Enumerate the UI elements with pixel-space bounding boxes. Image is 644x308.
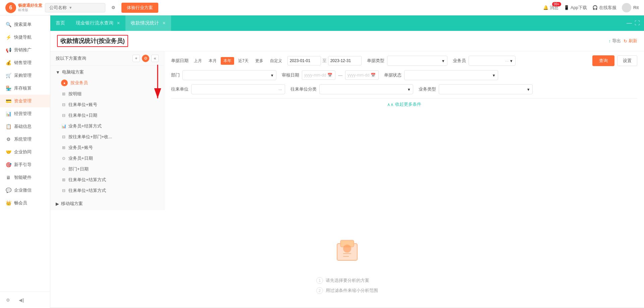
- doc-status-select[interactable]: ▾: [404, 70, 498, 80]
- staff-more-icon[interactable]: ···: [505, 58, 509, 63]
- tab-collection-stats[interactable]: 收款情况统计 ✕: [125, 15, 171, 31]
- date-btn-more[interactable]: 更多: [253, 57, 266, 65]
- date-from-input[interactable]: 2023-01-01: [287, 56, 321, 65]
- purchase-icon: 🛒: [5, 72, 11, 79]
- biz-type-select[interactable]: ▾: [439, 84, 533, 94]
- scheme-dept-date[interactable]: ⊙ 部门+日期: [50, 164, 164, 174]
- date-btn-this-month[interactable]: 本月: [206, 57, 219, 65]
- filter-left-panel: 按以下方案查询 + ⚙ «: [50, 51, 164, 210]
- sidebar-item-enterprise[interactable]: 🤝 企业协同: [0, 146, 50, 158]
- scheme-partner-settle1-label: 往来单位+结算方式: [68, 177, 106, 183]
- scheme-partner-dept[interactable]: ⊟ 按往来单位+部门+收...: [50, 132, 164, 142]
- calendar-from-icon[interactable]: 📅: [327, 73, 332, 78]
- scheme-settings-button[interactable]: ⚙: [142, 55, 149, 62]
- scheme-by-staff[interactable]: ● 按业务员: [50, 77, 164, 89]
- main-area: 🔍 搜索菜单 ⚡ 快捷导航 📢 营销推广 💰 销售管理 🛒 采购管理: [0, 15, 644, 308]
- partner-select[interactable]: ···: [191, 84, 285, 94]
- svg-point-4: [343, 245, 351, 253]
- system-icon: ⚙: [5, 136, 11, 142]
- top-bar-left: 6 畅捷通好生意 标准版 公司名称 ▾ ⚙ 体验行业方案: [5, 2, 158, 13]
- user-area[interactable]: Rit: [622, 3, 639, 12]
- sidebar-item-purchase[interactable]: 🛒 采购管理: [0, 69, 50, 82]
- scheme-dept-date-label: 部门+日期: [68, 166, 89, 172]
- scheme-partner-date[interactable]: ⊟ 往来单位+日期: [50, 110, 164, 121]
- partner-dots-button[interactable]: ···: [278, 87, 282, 92]
- scheme-partner-account[interactable]: ⊟ 往来单位+账号: [50, 99, 164, 110]
- page-header: 收款情况统计(按业务员) ↑ 导出 ↻ 刷新: [50, 31, 644, 51]
- partner-category-select[interactable]: ▾: [319, 84, 413, 94]
- scheme-staff-settle[interactable]: 📊 业务员+结算方式: [50, 121, 164, 132]
- sidebar-item-system[interactable]: ⚙ 系统管理: [0, 133, 50, 146]
- sidebar-item-quick-nav[interactable]: ⚡ 快捷导航: [0, 31, 50, 44]
- refresh-button[interactable]: ↻ 刷新: [624, 38, 637, 44]
- sidebar-item-warehouse[interactable]: 🏪 库存核算: [0, 82, 50, 95]
- page-content: 收款情况统计(按业务员) ↑ 导出 ↻ 刷新: [50, 31, 644, 308]
- step-2-num: 2: [316, 287, 323, 294]
- scheme-staff-account-label: 业务员+账号: [68, 145, 93, 151]
- tab-collection-stats-close[interactable]: ✕: [162, 21, 166, 25]
- tab-bank-flow[interactable]: 现金银行流水查询 ✕: [70, 15, 125, 31]
- date-input-group: 2023-01-01 至 2023-12-31: [287, 56, 362, 65]
- add-scheme-button[interactable]: +: [132, 55, 140, 62]
- sidebar-collapse-button[interactable]: ◀‖: [16, 295, 27, 305]
- calendar-to-icon[interactable]: 📅: [371, 73, 376, 78]
- tab-minimize-button[interactable]: —: [627, 20, 632, 26]
- sidebar-settings-button[interactable]: ⚙: [3, 295, 13, 305]
- mobile-schemes-header[interactable]: ▶ 移动端方案: [50, 199, 164, 209]
- wechat-icon: 💬: [5, 187, 11, 193]
- empty-state: 1 请先选择要分析的方案 2 用过滤条件来缩小分析范围: [50, 210, 644, 307]
- sidebar-label-sales: 销售管理: [14, 60, 32, 66]
- sidebar-item-member[interactable]: 👑 畅会员: [0, 197, 50, 209]
- online-service-button[interactable]: 🎧 在线客服: [592, 5, 616, 11]
- sidebar-item-sales[interactable]: 💰 销售管理: [0, 56, 50, 69]
- app-download-button[interactable]: 📱 App下载: [564, 5, 587, 11]
- collapse-panel-button[interactable]: «: [151, 55, 159, 62]
- date-btn-this-year[interactable]: 本年: [221, 57, 234, 65]
- sidebar-item-finance[interactable]: 💳 资金管理: [0, 95, 50, 107]
- tab-bank-flow-close[interactable]: ✕: [117, 21, 120, 25]
- chevron-down-icon: ▼: [56, 70, 60, 75]
- collapse-more-button[interactable]: ∧∧ 收起更多条件: [171, 98, 637, 110]
- scheme-partner-date-label: 往来单位+日期: [68, 112, 97, 118]
- partner-settle1-icon: ⊞: [61, 177, 66, 183]
- sidebar-item-basic[interactable]: 📋 基础信息: [0, 120, 50, 133]
- scheme-partner-settle1[interactable]: ⊞ 往来单位+结算方式: [50, 174, 164, 185]
- sidebar-item-guide[interactable]: 🎯 新手引导: [0, 158, 50, 171]
- message-badge: 99+: [552, 2, 561, 6]
- dept-select[interactable]: ▾: [182, 70, 276, 80]
- headset-icon: 🎧: [592, 5, 598, 10]
- doc-type-select[interactable]: ▾: [387, 56, 447, 66]
- date-btn-custom[interactable]: 自定义: [267, 57, 285, 65]
- breadcrumb[interactable]: 公司名称 ▾: [45, 3, 105, 12]
- date-btn-last-month[interactable]: 上月: [191, 57, 205, 65]
- sidebar-item-marketing[interactable]: 📢 营销推广: [0, 44, 50, 56]
- refresh-label: 刷新: [629, 38, 637, 44]
- settings-button[interactable]: 设置: [617, 55, 637, 66]
- sidebar-item-wechat[interactable]: 💬 企业微信: [0, 184, 50, 197]
- tab-home[interactable]: 首页: [50, 15, 70, 31]
- topbar-settings-button[interactable]: ⚙: [108, 2, 119, 13]
- staff-select[interactable]: ··· ▾: [469, 56, 516, 66]
- trial-button[interactable]: 体验行业方案: [121, 3, 158, 13]
- scheme-partner-settle2[interactable]: ⊟ 往来单位+结算方式: [50, 185, 164, 196]
- sidebar-item-operations[interactable]: 📊 经营管理: [0, 107, 50, 120]
- query-button[interactable]: 查询: [592, 55, 614, 66]
- scheme-partner-account-label: 往来单位+账号: [68, 102, 97, 108]
- messages-button[interactable]: 🔔 消息 99+: [543, 5, 558, 11]
- sidebar-item-hardware[interactable]: 🖥 智能硬件: [0, 171, 50, 184]
- scheme-by-detail[interactable]: ⊞ 按明细: [50, 89, 164, 99]
- review-date-to-input[interactable]: yyyy-mm-dd 📅: [345, 70, 379, 80]
- scheme-partner-dept-label: 按往来单位+部门+收...: [68, 134, 112, 140]
- breadcrumb-dropdown-icon[interactable]: ▾: [69, 5, 72, 10]
- tab-maximize-button[interactable]: ⛶: [635, 20, 640, 26]
- date-btn-7days[interactable]: 近7天: [235, 57, 251, 65]
- export-button[interactable]: ↑ 导出: [609, 38, 621, 44]
- desktop-schemes-header[interactable]: ▼ 电脑端方案: [50, 67, 164, 77]
- review-date-from-input[interactable]: yyyy-mm-dd 📅: [302, 70, 335, 80]
- sidebar-label-marketing: 营销推广: [14, 47, 32, 53]
- date-to-input[interactable]: 2023-12-31: [328, 56, 362, 65]
- sidebar-item-search-menu[interactable]: 🔍 搜索菜单: [0, 18, 50, 31]
- scheme-staff-date[interactable]: ⊙ 业务员+日期: [50, 153, 164, 164]
- partner-category-field: 往来单位分类 ▾: [290, 84, 413, 94]
- scheme-staff-account[interactable]: ⊞ 业务员+账号: [50, 142, 164, 153]
